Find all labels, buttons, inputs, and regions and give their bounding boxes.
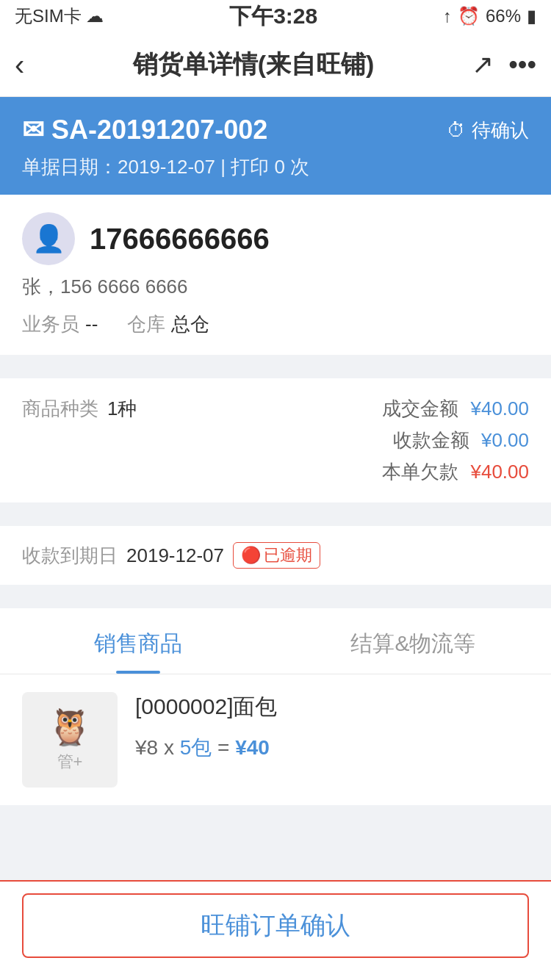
- product-qty: 5包: [180, 736, 212, 759]
- tab-settlement-label: 结算&物流等: [350, 631, 475, 655]
- overdue-badge: 🔴 已逾期: [233, 542, 320, 569]
- status-time: 下午3:28: [229, 1, 317, 32]
- product-name: [0000002]面包: [135, 692, 529, 722]
- warehouse-item: 仓库 总仓: [127, 311, 209, 337]
- product-type-left: 商品种类 1种: [22, 396, 137, 422]
- due-date-value: 2019-12-07: [126, 544, 224, 567]
- warehouse-label: 仓库: [127, 311, 165, 337]
- order-date-row: 单据日期：2019-12-07 | 打印 0 次: [22, 154, 529, 180]
- salesperson-value: --: [85, 313, 98, 336]
- back-arrow-icon: ‹: [15, 50, 24, 79]
- nav-bar: ‹ 销货单详情(来自旺铺) ↗ •••: [0, 32, 551, 97]
- collected-value: ¥0.00: [481, 429, 529, 452]
- owed-label: 本单欠款: [382, 459, 458, 485]
- confirm-order-button[interactable]: 旺铺订单确认: [22, 893, 529, 958]
- salesperson-item: 业务员 --: [22, 311, 98, 337]
- product-info: [0000002]面包 ¥8 x 5包 = ¥40: [135, 692, 529, 762]
- no-sim-label: 无SIM卡 ☁: [15, 4, 104, 28]
- equals-symbol: =: [212, 736, 235, 759]
- battery-label: 66%: [486, 6, 521, 26]
- order-id-row: ✉ SA-20191207-002: [22, 115, 267, 145]
- bottom-bar: 旺铺订单确认: [0, 880, 551, 980]
- print-count: | 打印 0 次: [215, 156, 309, 178]
- customer-name: 张，156 6666 6666: [22, 274, 529, 300]
- amounts-right: 成交金额 ¥40.00 收款金额 ¥0.00 本单欠款 ¥40.00: [382, 396, 529, 485]
- product-type-label: 商品种类: [22, 396, 98, 422]
- page-title: 销货单详情(来自旺铺): [59, 48, 448, 82]
- tabs-section: 销售商品 结算&物流等: [0, 608, 551, 674]
- battery-icon: ▮: [527, 6, 536, 26]
- more-icon[interactable]: •••: [508, 49, 536, 80]
- warehouse-value: 总仓: [171, 311, 209, 337]
- owed-value: ¥40.00: [470, 461, 529, 483]
- tab-sales-products[interactable]: 销售商品: [0, 608, 276, 674]
- date-label: 单据日期：: [22, 156, 118, 178]
- avatar-icon: 👤: [32, 223, 65, 254]
- overdue-text: 已逾期: [264, 544, 312, 566]
- salesperson-label: 业务员: [22, 311, 79, 337]
- status-bar: 无SIM卡 ☁ 下午3:28 ↑ ⏰ 66% ▮: [0, 0, 551, 32]
- product-brand-label: 管+: [48, 751, 92, 773]
- tabs-row: 销售商品 结算&物流等: [0, 608, 551, 674]
- order-date-value: 2019-12-07: [118, 156, 215, 178]
- order-icon: ✉: [22, 115, 44, 145]
- location-icon: ↑: [443, 6, 452, 26]
- customer-meta: 业务员 -- 仓库 总仓: [22, 311, 529, 337]
- alarm-icon: ⏰: [458, 6, 480, 26]
- amount-row: 成交金额 ¥40.00: [382, 396, 529, 422]
- multiply-symbol: x: [158, 736, 180, 759]
- overdue-icon: 🔴: [241, 546, 261, 565]
- status-clock-icon: ⏱: [447, 119, 466, 142]
- order-header: ✉ SA-20191207-002 ⏱ 待确认 单据日期：2019-12-07 …: [0, 97, 551, 195]
- product-section: 🦉 管+ [0000002]面包 ¥8 x 5包 = ¥40: [0, 674, 551, 805]
- order-id-text: SA-20191207-002: [51, 115, 267, 145]
- summary-section: 商品种类 1种 成交金额 ¥40.00 收款金额 ¥0.00 本单欠款 ¥40.…: [0, 378, 551, 502]
- owed-row: 本单欠款 ¥40.00: [382, 459, 529, 485]
- collected-label: 收款金额: [393, 428, 469, 453]
- back-button[interactable]: ‹: [15, 50, 59, 79]
- nav-actions: ↗ •••: [448, 49, 536, 80]
- collected-row: 收款金额 ¥0.00: [393, 428, 529, 453]
- customer-phone: 17666666666: [90, 223, 270, 256]
- product-type-value: 1种: [107, 396, 137, 422]
- product-total: ¥40: [235, 736, 270, 759]
- order-status: ⏱ 待确认: [447, 118, 529, 143]
- status-left: 无SIM卡 ☁: [15, 4, 104, 28]
- order-status-label: 待确认: [472, 118, 529, 143]
- product-price-row: ¥8 x 5包 = ¥40: [135, 734, 529, 762]
- status-right: ↑ ⏰ 66% ▮: [443, 6, 536, 26]
- product-owl-icon: 🦉: [48, 707, 92, 748]
- product-image: 🦉 管+: [22, 692, 118, 788]
- confirm-label: 旺铺订单确认: [201, 909, 350, 943]
- tab-settlement[interactable]: 结算&物流等: [276, 608, 551, 674]
- amount-label: 成交金额: [382, 396, 458, 422]
- amount-value: ¥40.00: [470, 397, 529, 420]
- due-label: 收款到期日: [22, 543, 118, 569]
- customer-avatar: 👤: [22, 212, 75, 265]
- due-date-section: 收款到期日 2019-12-07 🔴 已逾期: [0, 526, 551, 585]
- customer-section: 👤 17666666666 张，156 6666 6666 业务员 -- 仓库 …: [0, 195, 551, 355]
- product-price: ¥8: [135, 736, 158, 759]
- tab-sales-label: 销售商品: [94, 631, 182, 655]
- share-icon[interactable]: ↗: [472, 49, 494, 80]
